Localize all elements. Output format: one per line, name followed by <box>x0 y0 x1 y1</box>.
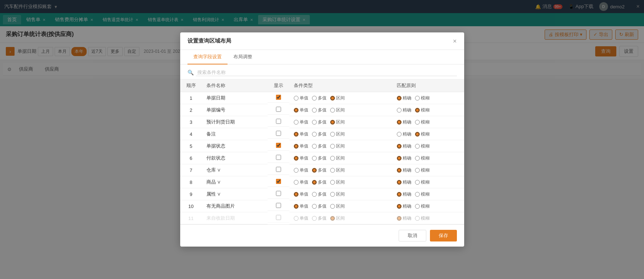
modal-tabs: 查询字段设置 布局调整 <box>180 50 464 64</box>
modal-header: 设置查询区域布局 × <box>180 32 464 50</box>
search-icon: 🔍 <box>187 70 194 75</box>
modal-close-button[interactable]: × <box>453 38 457 44</box>
modal-title: 设置查询区域布局 <box>187 38 231 44</box>
search-input[interactable] <box>196 69 457 76</box>
modal-tab-layout[interactable]: 布局调整 <box>228 50 258 64</box>
modal-tab-query-fields[interactable]: 查询字段设置 <box>187 50 228 64</box>
modal-search-area: 🔍 <box>180 64 464 79</box>
modal-overlay: 设置查询区域布局 × 查询字段设置 布局调整 🔍 顺序 条件名称 显示 条件类型 <box>0 0 644 79</box>
settings-modal: 设置查询区域布局 × 查询字段设置 布局调整 🔍 顺序 条件名称 显示 条件类型 <box>180 32 464 79</box>
